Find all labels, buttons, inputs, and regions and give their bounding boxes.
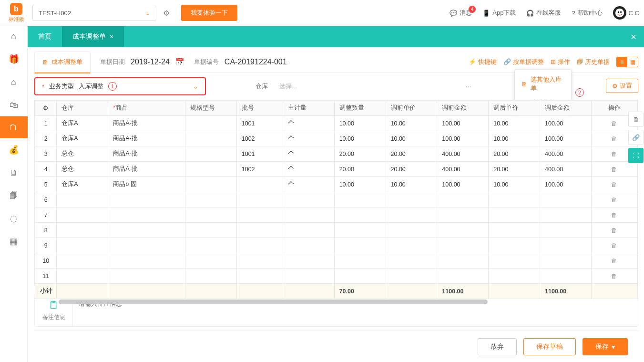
setting-button[interactable]: ⚙设置 <box>606 79 638 93</box>
table-row[interactable]: 2仓库A商品A-批1002个10.0010.00100.0010.00100.0… <box>35 131 638 146</box>
gear-icon: ⚙ <box>612 83 618 90</box>
trash-icon[interactable]: 🗑 <box>611 258 617 264</box>
nav-money-icon[interactable]: 💰 <box>9 145 19 155</box>
doc-tab[interactable]: 🗎成本调整单 <box>34 52 91 73</box>
side-link-icon[interactable]: 🔗 <box>628 130 644 145</box>
card-view-icon[interactable]: ▦ <box>627 57 638 67</box>
calendar-icon[interactable]: 📅 <box>175 58 184 66</box>
chevron-down-icon: ▾ <box>612 343 615 351</box>
trash-icon[interactable]: 🗑 <box>611 135 617 142</box>
by-bill-button[interactable]: 🔗按单据调整 <box>503 58 544 66</box>
table-row[interactable]: 7🗑 <box>35 207 638 223</box>
save-draft-button[interactable]: 保存草稿 <box>523 338 576 355</box>
subtotal-row: 小计 70.00 1100.00 1100.00 <box>35 284 638 299</box>
table-header: ⚙ 仓库 *商品 规格型号 批号 主计量 调整数量 调前单价 调前金额 调后单价… <box>35 101 638 116</box>
table-row[interactable]: 5仓库A商品b 固个10.0010.00100.0010.00100.00🗑 <box>35 177 638 192</box>
side-note-icon[interactable]: 🗎 <box>628 112 644 127</box>
table-row[interactable]: 3总仓商品A-批1001个20.0020.00400.0020.00400.00… <box>35 146 638 162</box>
no-value: CA-20191224-001 <box>225 58 287 66</box>
table-row[interactable]: 9🗑 <box>35 238 638 253</box>
table-row[interactable]: 11🗑 <box>35 269 638 284</box>
link-icon: 🔗 <box>503 58 511 65</box>
discard-button[interactable]: 放弃 <box>478 338 517 355</box>
biz-label: 业务类型 <box>49 82 74 91</box>
logo-icon: b <box>10 3 22 15</box>
note-icon: 🗒 <box>49 299 59 311</box>
trash-icon[interactable]: 🗑 <box>611 197 617 203</box>
org-name: TEST-H002 <box>39 10 71 17</box>
trash-icon[interactable]: 🗑 <box>611 120 617 127</box>
org-selector[interactable]: TEST-H002 ⌄ <box>32 5 156 21</box>
view-toggle[interactable]: ≡▦ <box>616 57 638 67</box>
messages-button[interactable]: 💬消息 4 <box>450 9 472 17</box>
nav-gift-icon[interactable]: 🎁 <box>9 54 19 64</box>
help-icon: ? <box>572 10 575 17</box>
table-row[interactable]: 1仓库A商品A-批1001个10.0010.00100.0010.00100.0… <box>35 116 638 131</box>
trash-icon[interactable]: 🗑 <box>611 273 617 279</box>
gear-col-icon[interactable]: ⚙ <box>35 101 57 116</box>
message-badge: 4 <box>469 6 476 13</box>
ops-button[interactable]: ⊞操作 <box>551 58 570 66</box>
chat-icon: 💬 <box>450 10 457 17</box>
support-button[interactable]: 🎧在线客服 <box>526 9 561 17</box>
avatar <box>613 6 626 20</box>
trash-icon[interactable]: 🗑 <box>611 242 617 249</box>
annotation-1: 1 <box>108 82 117 91</box>
biz-type-select[interactable]: * 业务类型 入库调整 1 ⌄ <box>34 77 206 95</box>
trash-icon[interactable]: 🗑 <box>611 151 617 157</box>
filter-row: * 业务类型 入库调整 1 ⌄ 仓库 选择... ⋯ 🗎选其他入库单 🗎选进货单… <box>34 73 638 100</box>
table-row[interactable]: 4总仓商品A-批1002个20.0020.00400.0020.00400.00… <box>35 162 638 177</box>
table-row[interactable]: 6🗑 <box>35 192 638 207</box>
logo: b 标准版 <box>5 3 28 23</box>
hotkey-button[interactable]: ⚡快捷键 <box>469 58 497 66</box>
history-button[interactable]: 🗐历史单据 <box>577 58 610 66</box>
table-row[interactable]: 8🗑 <box>35 223 638 238</box>
history-icon: 🗐 <box>577 58 583 65</box>
biz-value: 入库调整 <box>79 82 103 91</box>
phone-icon: 📱 <box>482 10 490 17</box>
trash-icon[interactable]: 🗑 <box>611 227 617 234</box>
trash-icon[interactable]: 🗑 <box>611 181 617 188</box>
date-value[interactable]: 2019-12-24 <box>131 58 170 66</box>
doc-icon: 🗎 <box>521 81 528 88</box>
grid-icon: ⊞ <box>551 58 556 65</box>
nav-warehouse-icon[interactable]: ⛫ <box>0 116 28 138</box>
popup-other-in[interactable]: 🗎选其他入库单 <box>515 72 571 95</box>
trial-button[interactable]: 我要体验一下 <box>181 5 237 21</box>
nav-house-icon[interactable]: ⌂ <box>9 77 19 87</box>
nav-sync-icon[interactable]: ◌ <box>9 213 19 224</box>
trash-icon[interactable]: 🗑 <box>611 212 617 218</box>
nav-home-icon[interactable]: ⌂ <box>9 31 19 41</box>
tab-home[interactable]: 首页 <box>28 26 62 47</box>
list-view-icon[interactable]: ≡ <box>617 57 627 67</box>
nav-bag-icon[interactable]: 🛍 <box>9 100 19 110</box>
close-tab-icon[interactable]: × <box>623 31 644 42</box>
date-label: 单据日期 <box>100 58 125 66</box>
warehouse-select[interactable]: 选择... <box>279 82 297 91</box>
nav-doc-icon[interactable]: 🗎 <box>9 167 19 178</box>
nav-report-icon[interactable]: 🗐 <box>9 190 19 201</box>
svg-point-1 <box>617 11 619 13</box>
no-label: 单据编号 <box>194 58 219 66</box>
help-button[interactable]: ?帮助中心 <box>572 9 602 17</box>
gear-icon[interactable]: ⚙ <box>163 9 170 18</box>
nav-new-icon[interactable]: ▦ <box>9 236 19 247</box>
expand-icon[interactable]: ⛶ <box>628 148 644 163</box>
close-icon[interactable]: × <box>110 33 113 41</box>
app-download-button[interactable]: 📱App下载 <box>482 9 516 17</box>
logo-sub: 标准版 <box>9 16 24 23</box>
user-menu[interactable]: C C <box>613 6 639 20</box>
more-icon[interactable]: ⋯ <box>465 83 471 90</box>
annotation-2: 2 <box>575 88 584 97</box>
table-row[interactable]: 10🗑 <box>35 253 638 269</box>
chevron-down-icon: ⌄ <box>193 83 198 90</box>
table: 🗎 🔗 ⛶ ⚙ 仓库 *商品 规格型号 批号 主计量 调整数量 调前单价 <box>34 100 638 286</box>
chevron-down-icon: ⌄ <box>145 10 150 17</box>
topbar: b 标准版 TEST-H002 ⌄ ⚙ 我要体验一下 💬消息 4 📱App下载 … <box>0 0 644 26</box>
save-button[interactable]: 保存▾ <box>583 338 628 355</box>
trash-icon[interactable]: 🗑 <box>611 166 617 173</box>
tab-cost-adjust[interactable]: 成本调整单× <box>62 26 124 47</box>
headset-icon: 🎧 <box>526 10 534 17</box>
user-name: C C <box>629 10 639 17</box>
footer: 放弃 保存草稿 保存▾ <box>34 331 638 362</box>
